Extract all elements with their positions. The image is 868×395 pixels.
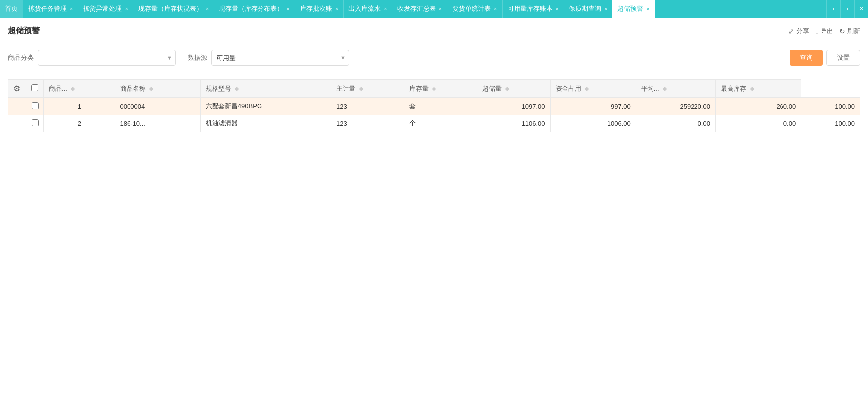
col-header-checkbox — [26, 80, 44, 98]
close-icon-7[interactable]: × — [439, 6, 442, 12]
category-select-wrapper: ▼ — [38, 50, 176, 66]
sort-icon-max-stock[interactable] — [750, 87, 754, 91]
row-check-0[interactable] — [32, 102, 39, 109]
nav-item-7[interactable]: 收发存汇总表 × — [392, 0, 447, 18]
col-header-spec: 规格型号 — [200, 80, 331, 98]
share-label: 分享 — [796, 27, 809, 36]
category-label: 商品分类 — [8, 53, 34, 62]
close-icon-2[interactable]: × — [125, 6, 128, 12]
close-icon-9[interactable]: × — [556, 6, 559, 12]
row-spec-0: 123 — [331, 98, 404, 115]
col-label-over-stock: 超储量 — [482, 85, 502, 92]
export-label: 导出 — [821, 27, 833, 36]
nav-item-4[interactable]: 现存量（库存分布表） × — [214, 0, 295, 18]
close-icon-4[interactable]: × — [286, 6, 289, 12]
row-product-code-1: 186-10... — [115, 115, 200, 132]
nav-item-8[interactable]: 要货单统计表 × — [447, 0, 502, 18]
close-icon-5[interactable]: × — [335, 6, 338, 12]
sort-icon-capital[interactable] — [585, 87, 589, 91]
close-icon-10[interactable]: × — [604, 6, 607, 12]
row-max-stock-1: 100.00 — [801, 115, 860, 132]
col-label-unit: 主计量 — [336, 85, 355, 92]
nav-close-button[interactable]: × — [854, 0, 868, 18]
nav-item-5[interactable]: 库存批次账 × — [295, 0, 344, 18]
close-icon-6[interactable]: × — [384, 6, 387, 12]
nav-prev-button[interactable]: ‹ — [826, 0, 840, 18]
row-capital-1: 0.00 — [636, 115, 715, 132]
col-header-capital: 资金占用 — [550, 80, 636, 98]
nav-item-home[interactable]: 首页 — [0, 0, 23, 18]
nav-label-2: 拣货异常处理 — [83, 4, 122, 13]
top-nav: 首页 拣货任务管理 × 拣货异常处理 × 现存量（库存状况表） × 现存量（库存… — [0, 0, 868, 18]
datasource-select[interactable]: 可用量 — [211, 50, 349, 66]
close-icon-1[interactable]: × — [70, 6, 73, 12]
row-checkbox-1[interactable] — [26, 115, 44, 132]
page-header: 超储预警 ⤢ 分享 ↓ 导出 ↻ 刷新 — [8, 26, 860, 36]
query-button[interactable]: 查询 — [790, 50, 823, 66]
nav-item-10[interactable]: 保质期查询 × — [564, 0, 612, 18]
settings-button[interactable]: 设置 — [826, 50, 860, 66]
col-header-over-stock: 超储量 — [477, 80, 550, 98]
header-actions: ⤢ 分享 ↓ 导出 ↻ 刷新 — [788, 27, 860, 36]
sort-icon-product-name[interactable] — [149, 87, 153, 91]
row-index-0: 1 — [44, 98, 115, 115]
col-label-max-stock: 最高库存 — [721, 85, 746, 92]
row-product-name-1: 机油滤清器 — [200, 115, 331, 132]
col-header-product-name: 商品名称 — [115, 80, 200, 98]
sort-icon-avg[interactable] — [663, 87, 667, 91]
page-container: 超储预警 ⤢ 分享 ↓ 导出 ↻ 刷新 商品分类 ▼ — [0, 18, 868, 395]
nav-label-home: 首页 — [5, 4, 18, 13]
gear-settings-button[interactable]: ⚙ — [13, 84, 20, 93]
col-label-avg: 平均... — [641, 85, 659, 92]
sort-icon-product-code[interactable] — [71, 87, 75, 91]
nav-label-9: 可用量库存账本 — [508, 4, 553, 13]
export-icon: ↓ — [815, 27, 819, 35]
nav-next-button[interactable]: › — [840, 0, 854, 18]
row-unit-0: 套 — [404, 98, 477, 115]
refresh-icon: ↻ — [839, 27, 845, 35]
close-icon-3[interactable]: × — [206, 6, 209, 12]
row-gear-0 — [8, 98, 26, 115]
row-over-stock-1: 1006.00 — [550, 115, 636, 132]
nav-item-11[interactable]: 超储预警 × — [612, 0, 654, 18]
close-icon-8[interactable]: × — [494, 6, 497, 12]
row-spec-1: 123 — [331, 115, 404, 132]
table-header: ⚙ 商品... 商品名称 规格型号 — [8, 80, 860, 98]
nav-item-1[interactable]: 拣货任务管理 × — [23, 0, 78, 18]
nav-item-2[interactable]: 拣货异常处理 × — [78, 0, 133, 18]
export-button[interactable]: ↓ 导出 — [815, 27, 833, 36]
sort-icon-spec[interactable] — [235, 87, 239, 91]
sort-icon-unit[interactable] — [359, 87, 363, 91]
nav-item-3[interactable]: 现存量（库存状况表） × — [133, 0, 214, 18]
col-label-spec: 规格型号 — [206, 85, 231, 92]
share-button[interactable]: ⤢ 分享 — [788, 27, 809, 36]
row-stock-0: 1097.00 — [477, 98, 550, 115]
table-header-row: ⚙ 商品... 商品名称 规格型号 — [8, 80, 860, 98]
col-header-gear: ⚙ — [8, 80, 26, 98]
data-table: ⚙ 商品... 商品名称 规格型号 — [8, 79, 860, 132]
nav-item-9[interactable]: 可用量库存账本 × — [503, 0, 564, 18]
page-title: 超储预警 — [8, 26, 40, 36]
sort-icon-over-stock[interactable] — [505, 87, 509, 91]
col-header-max-stock: 最高库存 — [715, 80, 801, 98]
row-checkbox-0[interactable] — [26, 98, 44, 115]
col-label-capital: 资金占用 — [556, 85, 581, 92]
select-all-checkbox[interactable] — [31, 84, 38, 91]
category-select[interactable] — [38, 50, 176, 66]
table-body: 1 0000004 六配套新昌490BPG 123 套 1097.00 997.… — [8, 98, 860, 132]
nav-label-7: 收发存汇总表 — [397, 4, 436, 13]
sort-icon-stock[interactable] — [432, 87, 436, 91]
nav-label-10: 保质期查询 — [569, 4, 601, 13]
row-check-1[interactable] — [32, 119, 39, 126]
col-label-stock: 库存量 — [409, 85, 429, 92]
row-avg-0: 260.00 — [715, 98, 801, 115]
nav-item-6[interactable]: 出入库流水 × — [344, 0, 392, 18]
row-capital-0: 259220.00 — [636, 98, 715, 115]
col-header-avg: 平均... — [636, 80, 715, 98]
row-product-code-0: 0000004 — [115, 98, 200, 115]
close-icon-11[interactable]: × — [646, 6, 649, 12]
nav-label-6: 出入库流水 — [348, 4, 381, 13]
nav-label-5: 库存批次账 — [300, 4, 332, 13]
refresh-button[interactable]: ↻ 刷新 — [839, 27, 860, 36]
filter-category: 商品分类 ▼ — [8, 50, 176, 66]
